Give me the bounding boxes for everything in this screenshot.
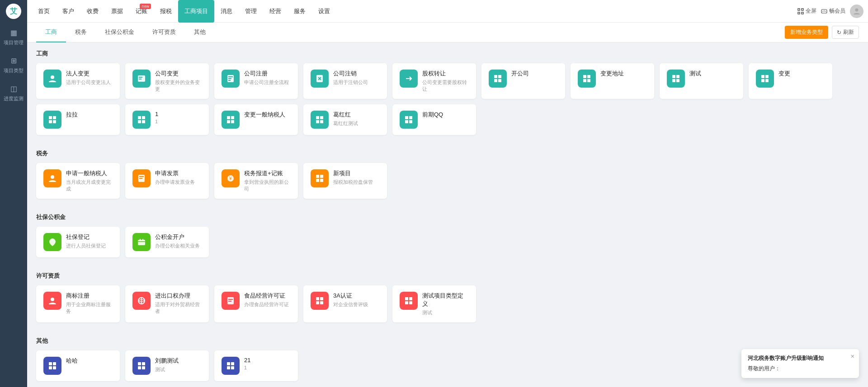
card-legal-change[interactable]: 法人变更 适用于公司变更法人 [36, 63, 120, 99]
card-trademark[interactable]: 商标注册 用于企业商标注册服务 [36, 285, 120, 322]
card-num1[interactable]: 1 1 [125, 104, 209, 135]
card-change-address[interactable]: 变更地址 [571, 63, 654, 99]
card-title: 开公司 [511, 70, 558, 78]
main-container: 首页 客户 收费 票据 记账 new 报税 工商项目 消息 管理 经营 服务 设… [27, 0, 868, 387]
card-equity-transfer[interactable]: 股权转让 公司变更需要股权转让 [392, 63, 476, 99]
card-desc: 适用于对外贸易经营者 [155, 301, 202, 315]
card-food-permit[interactable]: 食品经营许可证 办理食品经营许可证 [214, 285, 298, 322]
nav-ticket[interactable]: 票据 [105, 0, 129, 23]
tax-report-icon: ¥ [222, 169, 240, 187]
card-title: 食品经营许可证 [244, 292, 291, 300]
svg-rect-79 [320, 301, 323, 304]
svg-point-56 [51, 175, 54, 179]
section-industry-title: 工商 [36, 50, 859, 58]
tab-industry[interactable]: 工商 [36, 23, 66, 42]
card-title: 税务报道+记账 [244, 169, 291, 177]
refresh-icon: ↻ [837, 29, 841, 36]
svg-rect-14 [228, 76, 233, 77]
svg-rect-89 [142, 362, 145, 365]
svg-rect-47 [231, 120, 234, 123]
refresh-button[interactable]: ↻ 刷新 [832, 26, 859, 39]
card-3a-cert[interactable]: 3A认证 对企业信誉评级 [303, 285, 387, 322]
card-company-change[interactable]: 公司变更 股权变更外的业务变更 [125, 63, 209, 99]
card-liupeng-test[interactable]: 刘鹏测试 测试 [125, 350, 209, 381]
svg-rect-83 [409, 301, 412, 304]
card-title: 前期QQ [422, 111, 469, 119]
card-company-register[interactable]: 公司注册 申请公司注册全流程 [214, 63, 298, 99]
card-num21[interactable]: 21 1 [214, 350, 298, 381]
company-cancel-icon [311, 70, 329, 88]
fullscreen-button[interactable]: 全屏 [797, 7, 816, 15]
card-change-taxpayer[interactable]: 变更一般纳税人 [214, 104, 298, 135]
svg-rect-82 [405, 301, 408, 304]
card-title: 1 [155, 111, 202, 117]
sidebar-item-project-manage[interactable]: ▦ 项目管理 [0, 23, 27, 51]
topnav-right: 全屏 畅会员 [797, 5, 863, 18]
svg-rect-24 [583, 75, 586, 78]
nav-operation[interactable]: 经营 [263, 0, 288, 23]
card-haha[interactable]: 哈哈 [36, 350, 120, 381]
card-test1[interactable]: 测试 [660, 63, 743, 99]
sidebar-item-label: 进度监测 [4, 95, 24, 102]
card-title: 葛红红 [333, 111, 380, 119]
svg-rect-40 [138, 116, 141, 119]
nav-bookkeeping[interactable]: 记账 new [129, 0, 154, 23]
svg-rect-74 [228, 299, 233, 300]
card-company-cancel[interactable]: 公司注销 适用于注销公司 [303, 63, 387, 99]
card-provident-fund[interactable]: 公积金开户 办理公积金相关业务 [125, 227, 209, 257]
card-desc: 进行人员社保登记 [66, 242, 113, 249]
tab-other[interactable]: 其他 [185, 23, 215, 42]
card-apply-taxpayer[interactable]: 申请一般纳税人 当月或次月成变更完成 [36, 163, 120, 199]
card-title: 商标注册 [66, 292, 113, 300]
open-company-icon [489, 70, 507, 88]
notification-close-button[interactable]: × [851, 353, 854, 360]
nav-industry[interactable]: 工商项目 [178, 0, 214, 23]
svg-rect-62 [316, 175, 319, 178]
svg-rect-63 [320, 175, 323, 178]
tab-bar-actions: 新增业务类型 ↻ 刷新 [785, 26, 859, 39]
sidebar-item-project-type[interactable]: ⊞ 项目类型 [0, 51, 27, 79]
tab-tax[interactable]: 税务 [66, 23, 96, 42]
svg-rect-28 [672, 75, 675, 78]
card-new-project[interactable]: 新项目 报税加税控盘保管 [303, 163, 387, 199]
card-gehonghong[interactable]: 葛红红 葛红红测试 [303, 104, 387, 135]
nav-message[interactable]: 消息 [214, 0, 239, 23]
card-title: 测试 [689, 70, 736, 78]
card-open-company[interactable]: 开公司 [481, 63, 565, 99]
card-desc: 对企业信誉评级 [333, 301, 380, 308]
card-tax-report-bookkeeping[interactable]: ¥ 税务报道+记账 拿到营业执照的新公司 [214, 163, 298, 199]
card-social-register[interactable]: 社保登记 进行人员社保登记 [36, 227, 120, 257]
card-title: 刘鹏测试 [155, 357, 202, 365]
card-lala[interactable]: 拉拉 [36, 104, 120, 135]
svg-rect-48 [316, 116, 319, 119]
svg-rect-58 [139, 176, 144, 177]
card-title: 测试项目类型定义 [422, 292, 469, 308]
vip-button[interactable]: 畅会员 [821, 7, 845, 15]
permit-cards-grid: 商标注册 用于企业商标注册服务 进出口权办理 适用于对外贸易经营者 [36, 285, 859, 322]
tab-social[interactable]: 社保公积金 [96, 23, 143, 42]
card-former-qq[interactable]: 前期QQ [392, 104, 476, 135]
nav-service[interactable]: 服务 [288, 0, 312, 23]
card-apply-invoice[interactable]: 申请发票 办理申请发票业务 [125, 163, 209, 199]
svg-rect-68 [142, 239, 143, 241]
card-import-export[interactable]: 进出口权办理 适用于对外贸易经营者 [125, 285, 209, 322]
nav-customer[interactable]: 客户 [56, 0, 80, 23]
card-test-project-type[interactable]: 测试项目类型定义 测试 [392, 285, 476, 322]
user-avatar[interactable] [850, 5, 863, 18]
section-tax-title: 税务 [36, 149, 859, 158]
nav-billing[interactable]: 收费 [80, 0, 105, 23]
nav-settings[interactable]: 设置 [312, 0, 336, 23]
nav-tax[interactable]: 报税 [154, 0, 178, 23]
add-type-button[interactable]: 新增业务类型 [785, 26, 828, 39]
tab-permit[interactable]: 许可资质 [143, 23, 185, 42]
new-badge: new [140, 4, 151, 9]
social-cards-grid: 社保登记 进行人员社保登记 公积金开户 办理公积金相关业务 [36, 227, 859, 257]
nav-manage[interactable]: 管理 [239, 0, 263, 23]
social-register-icon [43, 233, 61, 251]
import-export-icon [132, 292, 151, 310]
card-change1[interactable]: 变更 [749, 63, 832, 99]
section-permit: 许可资质 商标注册 用于企业商标注册服务 [27, 265, 868, 322]
nav-home[interactable]: 首页 [32, 0, 56, 23]
sidebar-item-progress-monitor[interactable]: ◫ 进度监测 [0, 79, 27, 107]
svg-rect-33 [765, 75, 769, 78]
